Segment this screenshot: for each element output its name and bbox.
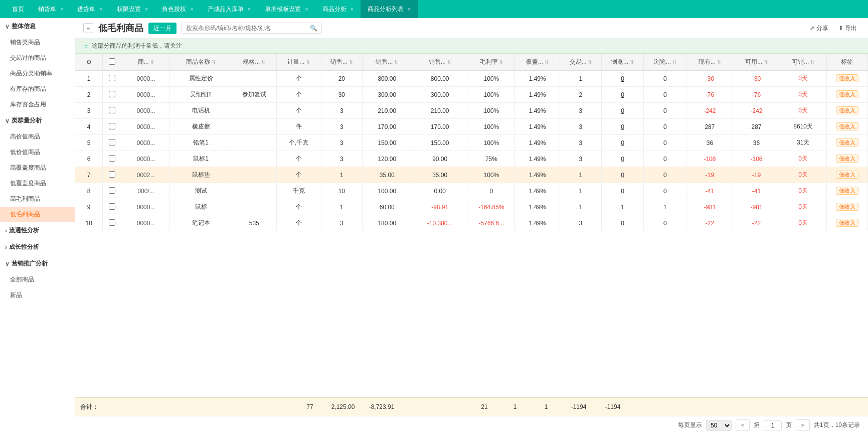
row-view-count[interactable]: 0 [601, 135, 644, 151]
close-icon[interactable]: × [305, 0, 308, 18]
col-sale-amt[interactable]: 销售... [362, 54, 412, 71]
sidebar-item-new-goods[interactable]: 新品 [0, 287, 75, 303]
sidebar-item-stock-capital[interactable]: 库存资金占用 [0, 97, 75, 112]
col-view-count[interactable]: 浏览... [601, 54, 644, 71]
close-icon[interactable]: × [99, 0, 102, 18]
col-avail-stock[interactable]: 可用... [733, 54, 780, 71]
row-select[interactable] [103, 103, 122, 119]
sidebar-item-low-coverage[interactable]: 低覆盖度商品 [0, 176, 75, 191]
row-select[interactable] [103, 87, 122, 103]
sidebar-group-liquidity[interactable]: › 流通性分析 [0, 222, 75, 239]
row-name[interactable]: 电话机 [170, 103, 232, 119]
nav-purchase-order[interactable]: 进货单 × [70, 0, 109, 18]
sidebar-item-all-goods[interactable]: 全部商品 [0, 272, 75, 287]
sidebar-group-growth[interactable]: › 成长性分析 [0, 239, 75, 255]
row-select[interactable] [103, 199, 122, 215]
nav-product-entry[interactable]: 产成品入库单 × [201, 0, 258, 18]
sidebar-item-category-rate[interactable]: 商品分类助销率 [0, 66, 75, 81]
close-icon[interactable]: × [248, 0, 251, 18]
close-icon[interactable]: × [145, 0, 148, 18]
row-view-count[interactable]: 0 [601, 167, 644, 183]
collapse-sidebar-button[interactable]: « [83, 23, 93, 33]
row-select[interactable] [103, 215, 122, 231]
col-code[interactable]: 商... [122, 54, 170, 71]
row-name[interactable]: 测试 [170, 183, 232, 199]
row-checkbox[interactable] [109, 187, 115, 194]
row-view-count[interactable]: 0 [601, 183, 644, 199]
sidebar-group-cluster[interactable]: ∨ 类群量分析 [0, 112, 75, 129]
col-trade-count[interactable]: 交易... [560, 54, 601, 71]
search-input[interactable] [186, 25, 310, 32]
row-select[interactable] [103, 183, 122, 199]
col-sale-stock[interactable]: 可销... [780, 54, 826, 71]
sidebar-item-stocked-goods[interactable]: 有库存的商品 [0, 81, 75, 97]
sidebar-item-low-gross[interactable]: 低毛利商品 [0, 207, 75, 222]
close-icon[interactable]: × [190, 0, 193, 18]
col-view-count2[interactable]: 浏览... [644, 54, 686, 71]
row-checkbox[interactable] [109, 107, 115, 113]
row-name[interactable]: 铅笔1 [170, 135, 232, 151]
sidebar-item-sales-goods[interactable]: 销售类商品 [0, 35, 75, 50]
row-checkbox[interactable] [109, 203, 115, 210]
sidebar-group-overview[interactable]: ∨ 整体信息 [0, 18, 75, 35]
nav-goods-analysis[interactable]: 商品分析 × [315, 0, 361, 18]
nav-home[interactable]: 首页 [5, 0, 31, 18]
close-icon[interactable]: × [60, 0, 63, 18]
sidebar-item-high-coverage[interactable]: 高覆盖度商品 [0, 160, 75, 176]
row-name[interactable]: 属性定价 [170, 71, 232, 87]
row-view-count[interactable]: 0 [601, 71, 644, 87]
sidebar-group-marketing[interactable]: ∨ 营销推广分析 [0, 255, 75, 272]
row-checkbox[interactable] [109, 155, 115, 162]
col-current-stock[interactable]: 现有... [686, 54, 733, 71]
row-view-count[interactable]: 0 [601, 87, 644, 103]
nav-template-settings[interactable]: 单据模板设置 × [258, 0, 315, 18]
row-name[interactable]: 鼠标 [170, 199, 232, 215]
col-spec[interactable]: 规格... [232, 54, 276, 71]
sidebar-item-high-value[interactable]: 高价值商品 [0, 129, 75, 144]
sidebar-item-low-value[interactable]: 低价值商品 [0, 144, 75, 160]
row-checkbox[interactable] [109, 75, 115, 81]
share-button[interactable]: ⇗ 分享 [807, 23, 831, 34]
col-unit[interactable]: 计量... [276, 54, 321, 71]
col-name[interactable]: 商品名称 [170, 54, 232, 71]
row-view-count[interactable]: 1 [601, 199, 644, 215]
select-all-checkbox[interactable] [109, 58, 115, 65]
sidebar-item-high-gross[interactable]: 高毛利商品 [0, 191, 75, 207]
next-page-button[interactable]: ＞ [796, 419, 810, 431]
row-name[interactable]: 笔记本 [170, 215, 232, 231]
row-name[interactable]: 橡皮擦 [170, 119, 232, 135]
row-checkbox[interactable] [109, 91, 115, 97]
col-sale-qty[interactable]: 销售... [321, 54, 362, 71]
col-gross-rate[interactable]: 毛利率 [468, 54, 514, 71]
close-icon[interactable]: × [351, 0, 354, 18]
row-view-count[interactable]: 0 [601, 103, 644, 119]
export-button[interactable]: ⬆ 导出 [835, 23, 860, 34]
nav-goods-analysis-list[interactable]: 商品分析列表 × [361, 0, 418, 18]
nav-permission[interactable]: 权限设置 × [110, 0, 155, 18]
row-select[interactable] [103, 135, 122, 151]
per-page-select[interactable]: 50 20 100 [706, 420, 732, 431]
row-select[interactable] [103, 151, 122, 167]
time-filter-button[interactable]: 近一月 [148, 23, 177, 34]
nav-sales-order[interactable]: 销货单 × [31, 0, 70, 18]
row-name[interactable]: 鼠标1 [170, 151, 232, 167]
row-select[interactable] [103, 71, 122, 87]
row-select[interactable] [103, 167, 122, 183]
page-number-input[interactable] [764, 420, 782, 430]
row-select[interactable] [103, 119, 122, 135]
row-view-count[interactable]: 0 [601, 215, 644, 231]
row-checkbox[interactable] [109, 139, 115, 146]
row-view-count[interactable]: 0 [601, 151, 644, 167]
sidebar-item-traded-goods[interactable]: 交易过的商品 [0, 50, 75, 66]
col-settings[interactable]: ⚙ [75, 54, 103, 71]
search-icon[interactable]: 🔍 [310, 25, 317, 32]
row-name[interactable]: 吴细细1 [170, 87, 232, 103]
row-checkbox[interactable] [109, 171, 115, 178]
close-icon[interactable]: × [408, 0, 411, 18]
col-sale-amt2[interactable]: 销售... [412, 54, 468, 71]
row-checkbox[interactable] [109, 123, 115, 129]
row-checkbox[interactable] [109, 219, 115, 226]
row-name[interactable]: 鼠标垫 [170, 167, 232, 183]
col-cover-rate[interactable]: 覆盖... [514, 54, 560, 71]
nav-role-auth[interactable]: 角色授权 × [155, 0, 200, 18]
